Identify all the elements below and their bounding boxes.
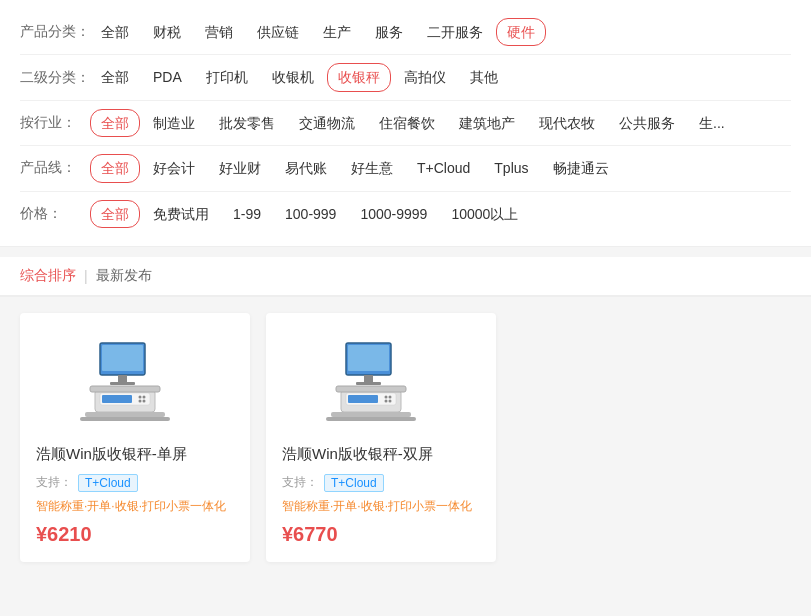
svg-rect-17	[356, 382, 381, 385]
svg-rect-13	[80, 417, 170, 421]
svg-rect-20	[336, 386, 406, 392]
product-line-label: 产品线：	[20, 159, 90, 177]
svg-rect-12	[85, 412, 165, 417]
filter-category-item-6[interactable]: 二开服务	[416, 18, 494, 46]
product-support-1: 支持： T+Cloud	[36, 474, 234, 492]
filter-sub_category-item-5[interactable]: 高拍仪	[393, 63, 457, 91]
sort-divider: |	[76, 268, 96, 284]
svg-point-11	[143, 399, 146, 402]
sub-category-label: 二级分类：	[20, 69, 90, 87]
product-support-2: 支持： T+Cloud	[282, 474, 480, 492]
filter-price-item-3[interactable]: 100-999	[274, 200, 347, 228]
filter-category-item-7[interactable]: 硬件	[496, 18, 546, 46]
filter-industry-item-0[interactable]: 全部	[90, 109, 140, 137]
filter-price-item-5[interactable]: 10000以上	[440, 200, 529, 228]
sort-comprehensive[interactable]: 综合排序	[20, 265, 76, 287]
support-label-2: 支持：	[282, 474, 318, 491]
filter-sub_category-item-4[interactable]: 收银秤	[327, 63, 391, 91]
filter-sub_category-item-3[interactable]: 收银机	[261, 63, 325, 91]
svg-point-9	[143, 395, 146, 398]
category-row: 产品分类： 全部财税营销供应链生产服务二开服务硬件	[20, 10, 791, 55]
sort-latest[interactable]: 最新发布	[96, 265, 152, 287]
filter-product_line-item-6[interactable]: Tplus	[483, 154, 539, 182]
product-desc-1: 智能称重·开单·收银·打印小票一体化	[36, 498, 234, 515]
svg-point-24	[385, 399, 388, 402]
product-icon-1	[80, 338, 190, 428]
price-row: 价格： 全部免费试用1-99100-9991000-999910000以上	[20, 192, 791, 236]
product-line-row: 产品线： 全部好会计好业财易代账好生意T+CloudTplus畅捷通云	[20, 146, 791, 191]
product-name-1: 浩顺Win版收银秤-单屏	[36, 445, 234, 464]
product-desc-2: 智能称重·开单·收银·打印小票一体化	[282, 498, 480, 515]
filter-category-item-5[interactable]: 服务	[364, 18, 414, 46]
svg-rect-3	[110, 382, 135, 385]
sub-category-items: 全部PDA打印机收银机收银秤高拍仪其他	[90, 63, 509, 91]
filter-industry-item-1[interactable]: 制造业	[142, 109, 206, 137]
svg-rect-16	[364, 375, 373, 383]
filter-price-item-2[interactable]: 1-99	[222, 200, 272, 228]
filter-industry-item-6[interactable]: 现代农牧	[528, 109, 606, 137]
filter-category-item-0[interactable]: 全部	[90, 18, 140, 46]
filter-product_line-item-4[interactable]: 好生意	[340, 154, 404, 182]
filter-category-item-3[interactable]: 供应链	[246, 18, 310, 46]
filter-industry-item-3[interactable]: 交通物流	[288, 109, 366, 137]
filter-sub_category-item-6[interactable]: 其他	[459, 63, 509, 91]
svg-rect-6	[90, 386, 160, 392]
support-tag-2[interactable]: T+Cloud	[324, 474, 384, 492]
industry-items: 全部制造业批发零售交通物流住宿餐饮建筑地产现代农牧公共服务生...	[90, 109, 736, 137]
filter-price-item-1[interactable]: 免费试用	[142, 200, 220, 228]
filter-product_line-item-7[interactable]: 畅捷通云	[542, 154, 620, 182]
product-name-2: 浩顺Win版收银秤-双屏	[282, 445, 480, 464]
filter-sub_category-item-0[interactable]: 全部	[90, 63, 140, 91]
filter-industry-item-4[interactable]: 住宿餐饮	[368, 109, 446, 137]
svg-rect-27	[326, 417, 416, 421]
filter-industry-item-7[interactable]: 公共服务	[608, 109, 686, 137]
support-label-1: 支持：	[36, 474, 72, 491]
filter-product_line-item-0[interactable]: 全部	[90, 154, 140, 182]
sub-category-row: 二级分类： 全部PDA打印机收银机收银秤高拍仪其他	[20, 55, 791, 100]
filter-section: 产品分类： 全部财税营销供应链生产服务二开服务硬件 二级分类： 全部PDA打印机…	[0, 0, 811, 247]
svg-rect-1	[102, 345, 143, 371]
filter-category-item-1[interactable]: 财税	[142, 18, 192, 46]
product-line-items: 全部好会计好业财易代账好生意T+CloudTplus畅捷通云	[90, 154, 620, 182]
filter-product_line-item-3[interactable]: 易代账	[274, 154, 338, 182]
product-grid: 浩顺Win版收银秤-单屏 支持： T+Cloud 智能称重·开单·收银·打印小票…	[0, 297, 811, 578]
product-image-1	[36, 333, 234, 433]
filter-industry-item-2[interactable]: 批发零售	[208, 109, 286, 137]
product-price-1: ¥6210	[36, 523, 234, 546]
svg-rect-2	[118, 375, 127, 383]
price-label: 价格：	[20, 205, 90, 223]
svg-point-25	[389, 399, 392, 402]
filter-industry-item-8[interactable]: 生...	[688, 109, 736, 137]
svg-point-22	[385, 395, 388, 398]
support-tag-1[interactable]: T+Cloud	[78, 474, 138, 492]
svg-rect-26	[331, 412, 411, 417]
filter-price-item-4[interactable]: 1000-9999	[349, 200, 438, 228]
svg-point-10	[139, 399, 142, 402]
svg-point-23	[389, 395, 392, 398]
price-items: 全部免费试用1-99100-9991000-999910000以上	[90, 200, 529, 228]
filter-sub_category-item-1[interactable]: PDA	[142, 63, 193, 91]
product-icon-2	[326, 338, 436, 428]
filter-product_line-item-2[interactable]: 好业财	[208, 154, 272, 182]
industry-label: 按行业：	[20, 114, 90, 132]
filter-industry-item-5[interactable]: 建筑地产	[448, 109, 526, 137]
svg-rect-7	[102, 395, 132, 403]
filter-product_line-item-5[interactable]: T+Cloud	[406, 154, 481, 182]
sort-bar: 综合排序 | 最新发布	[0, 257, 811, 297]
category-items: 全部财税营销供应链生产服务二开服务硬件	[90, 18, 546, 46]
product-card-2[interactable]: 浩顺Win版收银秤-双屏 支持： T+Cloud 智能称重·开单·收银·打印小票…	[266, 313, 496, 562]
category-label: 产品分类：	[20, 23, 90, 41]
product-price-2: ¥6770	[282, 523, 480, 546]
svg-point-8	[139, 395, 142, 398]
filter-product_line-item-1[interactable]: 好会计	[142, 154, 206, 182]
svg-rect-15	[348, 345, 389, 371]
product-card-1[interactable]: 浩顺Win版收银秤-单屏 支持： T+Cloud 智能称重·开单·收银·打印小票…	[20, 313, 250, 562]
filter-category-item-4[interactable]: 生产	[312, 18, 362, 46]
product-image-2	[282, 333, 480, 433]
filter-sub_category-item-2[interactable]: 打印机	[195, 63, 259, 91]
filter-price-item-0[interactable]: 全部	[90, 200, 140, 228]
svg-rect-21	[348, 395, 378, 403]
filter-category-item-2[interactable]: 营销	[194, 18, 244, 46]
industry-row: 按行业： 全部制造业批发零售交通物流住宿餐饮建筑地产现代农牧公共服务生...	[20, 101, 791, 146]
